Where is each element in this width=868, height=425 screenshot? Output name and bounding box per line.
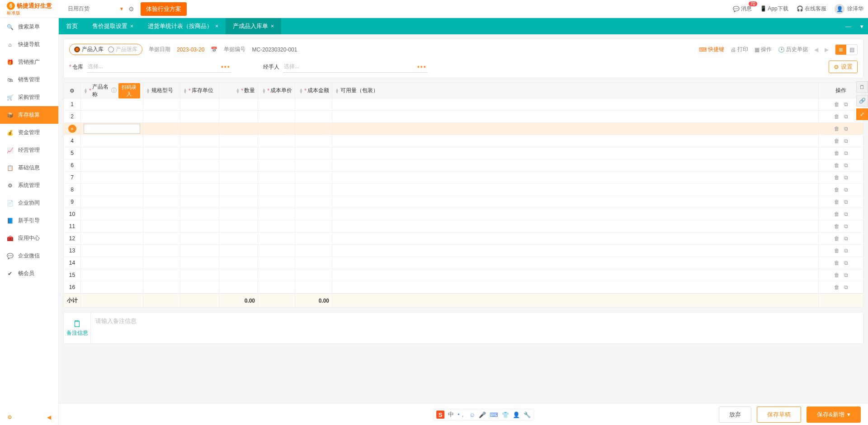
cell-name[interactable]	[81, 257, 143, 269]
shortcut-button[interactable]: ⌨快捷键	[699, 46, 724, 53]
table-row[interactable]: +🗑⧉	[64, 123, 863, 135]
cell-qty[interactable]	[219, 257, 258, 269]
cell-spec[interactable]	[143, 184, 180, 196]
cell-qty[interactable]	[219, 269, 258, 281]
cell-name[interactable]	[81, 147, 143, 159]
delete-row-icon[interactable]: 🗑	[834, 248, 840, 254]
table-row[interactable]: 2🗑⧉	[64, 111, 863, 123]
cell-qty[interactable]	[219, 111, 258, 122]
cell-name[interactable]	[81, 269, 143, 281]
sidebar-item-9[interactable]: ⚙系统管理	[0, 177, 58, 194]
cell-spec[interactable]	[143, 269, 180, 281]
view-card[interactable]: ▤	[846, 45, 857, 55]
cell-qty[interactable]	[219, 281, 258, 293]
col-amount[interactable]: ▲▼*成本金额	[295, 83, 332, 98]
user-menu[interactable]: 👤 徐泽华	[835, 4, 863, 14]
cell-price[interactable]	[258, 172, 295, 183]
handler-select[interactable]: 选择... •••	[283, 61, 428, 73]
cell-price[interactable]	[258, 196, 295, 208]
cell-price[interactable]	[258, 208, 295, 220]
scan-button[interactable]: 扫码录入	[118, 83, 140, 98]
copy-row-icon[interactable]: ⧉	[844, 126, 848, 132]
copy-row-icon[interactable]: ⧉	[844, 174, 848, 181]
sidebar-collapse-icon[interactable]: ◀	[47, 414, 51, 420]
cell-spec[interactable]	[143, 147, 180, 159]
cell-amount[interactable]	[295, 135, 332, 147]
cell-spec[interactable]	[143, 135, 180, 147]
col-product-name[interactable]: ▲▼ *产品名称 ⓘ 扫码录入	[81, 83, 143, 98]
cell-unit[interactable]	[180, 159, 219, 171]
col-available[interactable]: ▲▼可用量（包装）	[332, 83, 819, 98]
table-row[interactable]: 16🗑⧉	[64, 281, 863, 294]
cell-unit[interactable]	[180, 233, 219, 244]
print-button[interactable]: 🖨打印	[731, 46, 748, 53]
col-qty[interactable]: ▲▼*数量	[219, 83, 258, 98]
cell-price[interactable]	[258, 135, 295, 147]
close-icon[interactable]: ×	[215, 23, 218, 29]
product-name-input[interactable]	[84, 124, 140, 134]
cell-amount[interactable]	[295, 269, 332, 281]
cell-amount[interactable]	[295, 233, 332, 244]
tabs-menu[interactable]: ▾	[856, 23, 868, 30]
cell-unit[interactable]	[180, 196, 219, 208]
tabs-minimize[interactable]: —	[841, 23, 856, 30]
cell-avail[interactable]	[332, 172, 819, 183]
cell-avail[interactable]	[332, 245, 819, 257]
cell-unit[interactable]	[180, 135, 219, 147]
cell-amount[interactable]	[295, 208, 332, 220]
cell-amount[interactable]	[295, 245, 332, 257]
cell-name[interactable]	[81, 98, 143, 110]
radio-product-out[interactable]: 产品退库	[108, 46, 137, 53]
cell-qty[interactable]	[219, 196, 258, 208]
cell-qty[interactable]	[219, 208, 258, 220]
sidebar-item-6[interactable]: 💰资金管理	[0, 124, 58, 141]
cell-name[interactable]	[81, 208, 143, 220]
cell-amount[interactable]	[295, 257, 332, 269]
cell-unit[interactable]	[180, 257, 219, 269]
cell-amount[interactable]	[295, 123, 332, 135]
cell-spec[interactable]	[143, 196, 180, 208]
sidebar-item-11[interactable]: 📘新手引导	[0, 212, 58, 229]
delete-row-icon[interactable]: 🗑	[834, 174, 840, 181]
discard-button[interactable]: 放弃	[719, 406, 751, 423]
cell-unit[interactable]	[180, 184, 219, 196]
cell-avail[interactable]	[332, 123, 819, 135]
delete-row-icon[interactable]: 🗑	[834, 284, 840, 290]
radio-out-input[interactable]	[108, 47, 114, 52]
delete-row-icon[interactable]: 🗑	[834, 162, 840, 168]
copy-row-icon[interactable]: ⧉	[844, 223, 848, 229]
cell-amount[interactable]	[295, 98, 332, 110]
history-button[interactable]: 🕑历史单据	[778, 46, 808, 53]
cell-spec[interactable]	[143, 98, 180, 110]
cell-name[interactable]	[81, 233, 143, 244]
cell-unit[interactable]	[180, 111, 219, 122]
cell-spec[interactable]	[143, 220, 180, 232]
cell-name[interactable]	[81, 159, 143, 171]
sidebar-gear-icon[interactable]: ⚙	[7, 414, 12, 420]
tab-0[interactable]: 首页	[59, 18, 85, 34]
support-link[interactable]: 🎧 在线客服	[797, 5, 826, 13]
doc-date-value[interactable]: 2023-03-20	[177, 47, 204, 53]
cell-price[interactable]	[258, 269, 295, 281]
cell-qty[interactable]	[219, 123, 258, 135]
sidebar-item-10[interactable]: 📄企业协同	[0, 194, 58, 212]
delete-row-icon[interactable]: 🗑	[834, 211, 840, 217]
tab-2[interactable]: 进货单统计表（按商品）×	[141, 18, 226, 34]
cell-name[interactable]	[81, 220, 143, 232]
copy-row-icon[interactable]: ⧉	[844, 162, 848, 168]
cell-price[interactable]	[258, 147, 295, 159]
cell-amount[interactable]	[295, 184, 332, 196]
cell-unit[interactable]	[180, 269, 219, 281]
sidebar-item-1[interactable]: ⌂快捷导航	[0, 36, 58, 53]
calendar-icon[interactable]: 📅	[211, 47, 217, 53]
delete-row-icon[interactable]: 🗑	[834, 199, 840, 205]
try-plan-button[interactable]: 体验行业方案	[141, 2, 187, 16]
cell-avail[interactable]	[332, 281, 819, 293]
add-row-icon[interactable]: +	[68, 125, 76, 133]
cell-avail[interactable]	[332, 233, 819, 244]
cell-price[interactable]	[258, 159, 295, 171]
copy-row-icon[interactable]: ⧉	[844, 150, 848, 156]
save-draft-button[interactable]: 保存草稿	[757, 406, 801, 423]
radio-product-in[interactable]: 产品入库	[74, 46, 104, 53]
cell-unit[interactable]	[180, 245, 219, 257]
